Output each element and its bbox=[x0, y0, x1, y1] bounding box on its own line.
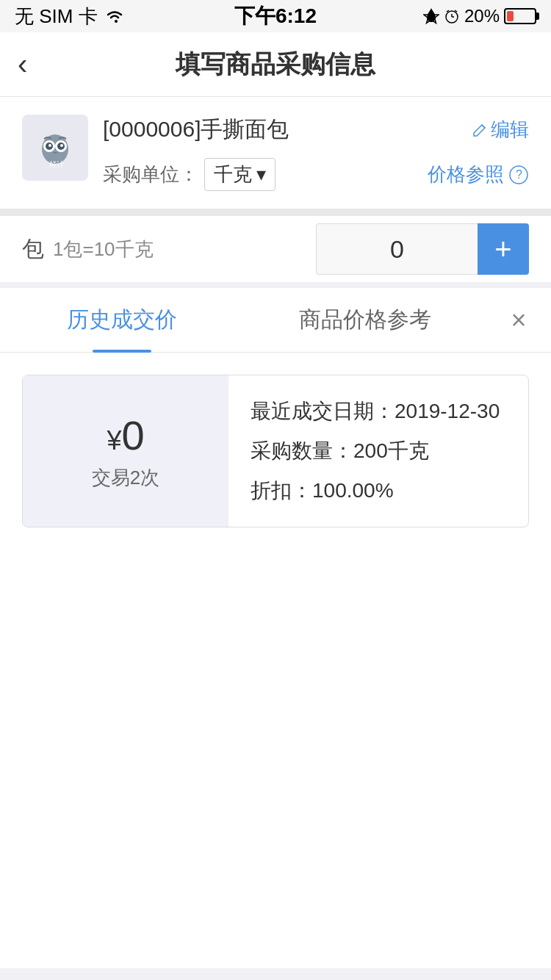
price-value: ¥0 bbox=[107, 411, 144, 459]
recent-date-row: 最近成交日期：2019-12-30 bbox=[251, 397, 506, 425]
product-unit-row: 采购单位： 千克 ▾ 价格参照 ? bbox=[103, 158, 529, 191]
edit-button[interactable]: 编辑 bbox=[472, 117, 529, 143]
product-name: [0000006]手撕面包 bbox=[103, 115, 289, 145]
price-card: ¥0 交易2次 最近成交日期：2019-12-30 采购数量：200千克 折扣：… bbox=[22, 375, 529, 527]
edit-icon bbox=[472, 122, 488, 138]
quantity-row-detail: 采购数量：200千克 bbox=[251, 437, 506, 465]
tabs-section: 历史成交价 商品价格参考 × ¥0 交易2次 最近成交日期：2019-12-30… bbox=[0, 288, 551, 527]
status-bar: 无 SIM 卡 下午6:12 20% bbox=[0, 0, 551, 32]
alarm-icon bbox=[444, 8, 460, 24]
battery-icon bbox=[504, 8, 536, 24]
svg-text:?: ? bbox=[516, 168, 522, 181]
tab-history-price[interactable]: 历史成交价 bbox=[0, 288, 243, 353]
svg-point-11 bbox=[60, 144, 63, 147]
product-logo: 鲜计 bbox=[22, 115, 88, 181]
product-info: [0000006]手撕面包 编辑 采购单位： 千克 ▾ 价格参照 bbox=[103, 115, 529, 191]
price-count: 交易2次 bbox=[92, 465, 159, 491]
svg-point-10 bbox=[48, 144, 51, 147]
product-header: [0000006]手撕面包 编辑 bbox=[103, 115, 529, 145]
status-time: 下午6:12 bbox=[234, 2, 317, 30]
qty-control: + bbox=[316, 223, 529, 275]
question-icon: ? bbox=[508, 165, 529, 185]
tab-active-indicator bbox=[93, 350, 151, 353]
bottom-content bbox=[0, 527, 551, 968]
product-card: 鲜计 [0000006]手撕面包 编辑 采购单位： 千克 ▾ bbox=[0, 97, 551, 209]
price-ref-button[interactable]: 价格参照 ? bbox=[428, 162, 529, 187]
chevron-down-icon: ▾ bbox=[256, 163, 266, 186]
page-title: 填写商品采购信息 bbox=[176, 48, 375, 82]
price-left: ¥0 交易2次 bbox=[23, 375, 228, 527]
location-icon bbox=[423, 8, 439, 24]
tabs-header: 历史成交价 商品价格参考 × bbox=[0, 288, 551, 353]
wifi-icon bbox=[104, 8, 126, 24]
discount-row: 折扣：100.00% bbox=[251, 477, 506, 505]
quantity-input[interactable] bbox=[316, 223, 478, 275]
svg-text:鲜计: 鲜计 bbox=[49, 160, 64, 168]
unit-eq: 1包=10千克 bbox=[53, 237, 154, 262]
tab-close-button[interactable]: × bbox=[486, 288, 551, 353]
status-carrier: 无 SIM 卡 bbox=[15, 4, 126, 29]
price-right: 最近成交日期：2019-12-30 采购数量：200千克 折扣：100.00% bbox=[228, 375, 528, 527]
section-divider bbox=[0, 209, 551, 216]
nav-bar: ‹ 填写商品采购信息 bbox=[0, 32, 551, 97]
unit-label: 采购单位： 千克 ▾ bbox=[103, 158, 276, 191]
status-right: 20% bbox=[423, 6, 536, 26]
tab-product-price-ref[interactable]: 商品价格参考 bbox=[243, 288, 486, 353]
back-button[interactable]: ‹ bbox=[18, 48, 27, 81]
quantity-row: 包 1包=10千克 + bbox=[0, 216, 551, 282]
owl-logo-icon: 鲜计 bbox=[33, 126, 77, 170]
qty-plus-button[interactable]: + bbox=[478, 223, 529, 275]
unit-box-label: 包 bbox=[22, 234, 44, 264]
unit-select[interactable]: 千克 ▾ bbox=[204, 158, 276, 191]
unit-info: 包 1包=10千克 bbox=[22, 234, 154, 264]
